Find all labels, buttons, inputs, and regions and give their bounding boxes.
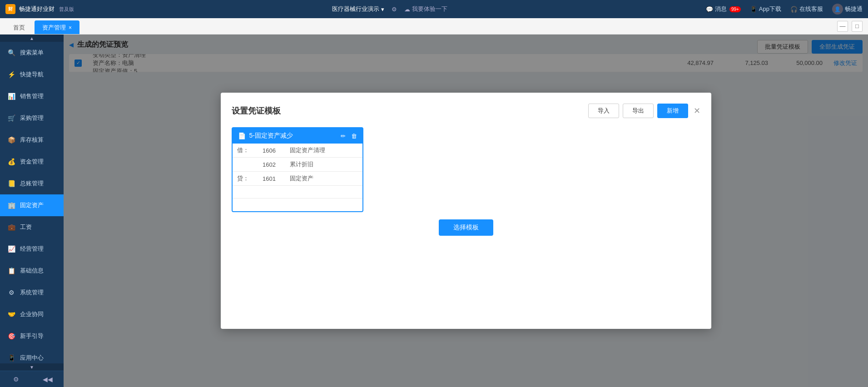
version-badge: 普及版	[59, 6, 74, 13]
entry-debit-2	[340, 158, 351, 172]
trial-label: 我要体验一下	[412, 5, 447, 13]
payroll-icon: 💼	[7, 223, 15, 231]
template-empty-row	[233, 186, 362, 198]
message-icon: 💬	[706, 6, 713, 13]
template-empty-row	[233, 198, 362, 211]
window-maximize-button[interactable]: □	[852, 21, 863, 32]
sidebar-item-basic-info-label: 基础信息	[20, 267, 44, 275]
ledger-icon: 📒	[7, 179, 15, 188]
app-center-icon: 📱	[7, 354, 15, 362]
template-card-title-area: 📄 5-固定资产减少	[238, 132, 293, 140]
sidebar-item-guide[interactable]: 🎯 新手引导	[0, 325, 64, 347]
app-download-label: App下载	[759, 5, 781, 13]
company-selector[interactable]: 医疗器械行业演示 ▾	[332, 5, 384, 13]
sidebar-items: 🔍 搜索菜单 ⚡ 快捷导航 📊 销售管理 🛒 采购管理 📦 库存核算 💰	[0, 42, 64, 363]
online-service-button[interactable]: 🎧 在线客服	[790, 5, 823, 13]
headset-icon: 🎧	[790, 6, 798, 13]
template-card-actions: ✏ 🗑	[341, 133, 357, 139]
modal-close-button[interactable]: ✕	[694, 106, 700, 116]
entry-side-2	[233, 158, 258, 172]
sales-icon: 📊	[7, 92, 15, 100]
tab-close-icon[interactable]: ×	[69, 25, 72, 31]
template-document-icon: 📄	[238, 132, 246, 139]
sidebar-item-finance-label: 资金管理	[20, 158, 44, 166]
template-entry-row: 贷： 1601 固定资产	[233, 172, 362, 186]
entry-debit-1	[340, 144, 351, 158]
sidebar-item-fixed-assets-label: 固定资产	[20, 201, 44, 209]
sidebar-item-operations[interactable]: 📈 经营管理	[0, 238, 64, 260]
export-button[interactable]: 导出	[623, 104, 654, 118]
sidebar-item-purchase[interactable]: 🛒 采购管理	[0, 107, 64, 129]
sidebar-scroll-up[interactable]: ▲	[0, 35, 64, 42]
tab-home-label: 首页	[13, 24, 25, 32]
template-entries-table: 借： 1606 固定资产清理 1602 累计折旧	[233, 144, 362, 211]
messages-label: 消息	[715, 5, 727, 13]
sidebar-settings-button[interactable]: ⚙	[0, 371, 32, 387]
avatar: 👤	[832, 4, 843, 15]
sidebar-item-app-center-label: 应用中心	[20, 354, 44, 362]
template-card-header: 📄 5-固定资产减少 ✏ 🗑	[233, 128, 362, 144]
sidebar-item-app-center[interactable]: 📱 应用中心	[0, 347, 64, 363]
main-layout: ▲ 🔍 搜索菜单 ⚡ 快捷导航 📊 销售管理 🛒 采购管理 📦 库存核算	[0, 35, 868, 387]
inventory-icon: 📦	[7, 136, 15, 144]
sidebar-item-operations-label: 经营管理	[20, 245, 44, 253]
sidebar: ▲ 🔍 搜索菜单 ⚡ 快捷导航 📊 销售管理 🛒 采购管理 📦 库存核算	[0, 35, 64, 387]
guide-icon: 🎯	[7, 332, 15, 340]
window-minimize-button[interactable]: —	[837, 21, 848, 32]
sidebar-item-finance[interactable]: 💰 资金管理	[0, 151, 64, 173]
tab-home[interactable]: 首页	[5, 20, 33, 34]
sidebar-item-system-label: 系统管理	[20, 288, 44, 297]
select-template-area: 选择模板	[232, 219, 700, 236]
template-entry-row: 借： 1606 固定资产清理	[233, 144, 362, 158]
sidebar-item-ledger[interactable]: 📒 总账管理	[0, 173, 64, 194]
sidebar-collapse-button[interactable]: ◀◀	[32, 371, 64, 387]
sidebar-item-sales[interactable]: 📊 销售管理	[0, 85, 64, 107]
sidebar-item-quick-nav-label: 快捷导航	[20, 70, 44, 79]
sidebar-item-payroll-label: 工资	[20, 223, 32, 231]
modal-action-buttons: 导入 导出 新增	[588, 104, 688, 118]
basic-info-icon: 📋	[7, 267, 15, 275]
template-card: 📄 5-固定资产减少 ✏ 🗑 借： 1606 固定资产清理	[232, 127, 363, 212]
phone-icon: 📱	[750, 6, 757, 13]
select-template-button[interactable]: 选择模板	[439, 219, 493, 236]
sidebar-scroll-down[interactable]: ▼	[0, 363, 64, 371]
tab-asset-management[interactable]: 资产管理 ×	[35, 20, 79, 34]
messages-button[interactable]: 💬 消息 99+	[706, 5, 741, 13]
logo-icon: 财	[5, 4, 15, 14]
app-name: 畅捷通好业财	[19, 5, 55, 13]
system-icon: ⚙	[7, 288, 15, 297]
sidebar-item-quick-nav[interactable]: ⚡ 快捷导航	[0, 64, 64, 85]
template-edit-icon[interactable]: ✏	[341, 133, 346, 139]
sidebar-item-system[interactable]: ⚙ 系统管理	[0, 282, 64, 303]
chevron-down-icon: ▾	[381, 6, 384, 13]
template-delete-icon[interactable]: 🗑	[351, 133, 357, 139]
header-left: 财 畅捷通好业财 普及版	[5, 4, 74, 14]
tab-asset-label: 资产管理	[42, 24, 66, 32]
sidebar-item-payroll[interactable]: 💼 工资	[0, 216, 64, 238]
app-download-button[interactable]: 📱 App下载	[750, 5, 781, 13]
entry-name-2: 累计折旧	[285, 158, 340, 172]
header-right: 💬 消息 99+ 📱 App下载 🎧 在线客服 👤 畅捷通	[706, 4, 863, 15]
user-menu[interactable]: 👤 畅捷通	[832, 4, 863, 15]
sidebar-item-basic-info[interactable]: 📋 基础信息	[0, 260, 64, 282]
modal-title-row: 设置凭证模板 导入 导出 新增 ✕	[232, 104, 700, 118]
new-template-button[interactable]: 新增	[657, 104, 688, 118]
sidebar-item-purchase-label: 采购管理	[20, 114, 44, 122]
modal-top-right: 导入 导出 新增 ✕	[588, 104, 700, 118]
sidebar-item-fixed-assets[interactable]: 🏢 固定资产	[0, 194, 64, 216]
template-card-label: 5-固定资产减少	[249, 132, 293, 140]
sidebar-item-enterprise-label: 企业协同	[20, 310, 44, 318]
enterprise-icon: 🤝	[7, 310, 15, 318]
header-center: 医疗器械行业演示 ▾ ⚙ ☁ 我要体验一下	[332, 5, 447, 13]
sidebar-item-inventory[interactable]: 📦 库存核算	[0, 129, 64, 151]
tab-bar-right: — □	[837, 21, 863, 32]
trial-button[interactable]: ☁ 我要体验一下	[404, 5, 447, 13]
entry-name-3: 固定资产	[285, 172, 340, 186]
messages-badge: 99+	[729, 6, 741, 12]
settings-icon[interactable]: ⚙	[392, 6, 397, 13]
sidebar-item-search[interactable]: 🔍 搜索菜单	[0, 42, 64, 64]
sidebar-item-enterprise[interactable]: 🤝 企业协同	[0, 303, 64, 325]
entry-code-1: 1606	[258, 144, 285, 158]
import-button[interactable]: 导入	[588, 104, 619, 118]
entry-credit-1	[351, 144, 362, 158]
